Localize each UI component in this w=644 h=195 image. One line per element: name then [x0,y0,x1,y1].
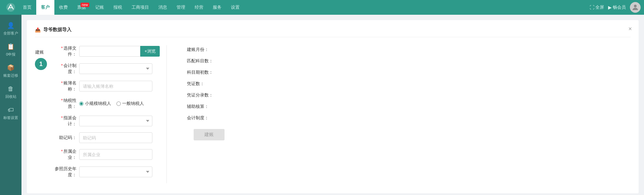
file-input-wrapper: +浏览 [79,46,160,57]
sidebar: 👤 全部客户 📋 0申报 📦 账套迁移 🗑 回收站 🏷 标签设置 [0,15,21,195]
content-area: 📤 导爷数据导入 × 建账 1 选择文件： [21,15,644,195]
tax-small-label[interactable]: 小规模纳税人 [79,101,111,107]
info-panel: 建账月份： 匹配科目数： 科目期初数： 凭证数： 凭证分录数： 辅助核算： 会计… [174,45,281,183]
svg-point-1 [634,5,637,7]
submit-button[interactable]: 建账 [194,129,225,140]
info-label-1: 匹配科目数： [187,58,217,64]
history-year-row: 参照历史年度： [52,166,160,178]
info-row-2: 科目期初数： [187,69,281,75]
memo-code-input[interactable] [79,132,152,143]
history-year-label: 参照历史年度： [52,166,79,178]
nav-item-invoice[interactable]: 票据new [72,0,91,15]
close-button[interactable]: × [628,25,632,32]
file-row: 选择文件： +浏览 [52,45,160,57]
vertical-divider [166,45,167,183]
recycle-label: 回收站 [5,94,16,99]
info-row-4: 凭证分录数： [187,92,281,98]
sidebar-item-migration[interactable]: 📦 账套迁移 [0,60,21,81]
file-label: 选择文件： [52,45,79,57]
declaration-label: 0申报 [6,52,15,57]
tax-general-label[interactable]: 一般纳税人 [116,101,144,107]
migration-label: 账套迁移 [3,73,18,78]
nav-item-customer[interactable]: 客户 [36,0,54,15]
step-label: 建账 [35,49,44,55]
accountant-label: 指派会计： [52,115,79,127]
topnav-right: ⛶ 全屏 ▶ 畅会员 [590,2,641,13]
tax-type-radio-group: 小规模纳税人 一般纳税人 [79,101,160,107]
browse-button[interactable]: +浏览 [140,46,160,57]
recycle-icon: 🗑 [7,85,15,93]
info-row-6: 会计制度： [187,115,281,121]
nav-item-message[interactable]: 消息 [154,0,172,15]
history-year-select[interactable] [79,167,152,177]
info-label-6: 会计制度： [187,115,217,121]
declaration-icon: 📋 [7,43,15,51]
nav-item-settings[interactable]: 设置 [226,0,244,15]
accountant-select[interactable] [79,116,152,126]
tax-type-label: 纳税性质： [52,97,79,110]
info-label-0: 建账月份： [187,47,217,53]
nav-item-home[interactable]: 首页 [18,0,36,15]
sidebar-item-declaration[interactable]: 📋 0申报 [0,39,21,60]
accountant-row: 指派会计： [52,115,160,127]
info-row-0: 建账月份： [187,47,281,53]
ledger-name-label: 账簿名称： [52,80,79,92]
info-label-4: 凭证分录数： [187,92,217,98]
company-row: 所属企业： [52,148,160,160]
migration-icon: 📦 [7,64,15,72]
nav-item-manage[interactable]: 管理 [172,0,190,15]
nav-item-fee[interactable]: 收费 [54,0,72,15]
tax-type-row: 纳税性质： 小规模纳税人 一般纳税人 [52,97,160,110]
form-fields: 选择文件： +浏览 会计制度： [52,45,160,183]
company-input[interactable] [79,149,152,160]
nav-item-bizitem[interactable]: 工商项目 [127,0,154,15]
vip-btn[interactable]: ▶ 畅会员 [608,4,626,10]
sidebar-item-tags[interactable]: 🏷 标签设置 [0,103,21,124]
nav-item-tax[interactable]: 报税 [109,0,127,15]
dialog-title: 导爷数据导入 [43,27,71,33]
accounting-system-select[interactable] [79,63,152,74]
info-label-3: 凭证数： [187,81,217,87]
info-label-2: 科目期初数： [187,69,217,75]
memo-code-row: 助记码： [52,132,160,143]
info-row-1: 匹配科目数： [187,58,281,64]
dialog-title-icon: 📤 [35,27,41,32]
nav-item-operation[interactable]: 经营 [190,0,208,15]
company-label: 所属企业： [52,148,79,160]
app-logo[interactable] [3,0,18,15]
tags-icon: 🏷 [7,106,15,114]
sidebar-item-recycle[interactable]: 🗑 回收站 [0,81,21,103]
info-row-3: 凭证数： [187,81,281,87]
all-customers-icon: 👤 [7,21,15,29]
tax-small-radio[interactable] [79,102,84,106]
top-navigation: 首页客户收费票据new记账报税工商项目消息管理经营服务设置 ⛶ 全屏 ▶ 畅会员 [0,0,644,15]
step-badge: 1 [35,58,47,70]
all-customers-label: 全部客户 [3,31,18,36]
fullscreen-btn[interactable]: ⛶ 全屏 [590,4,604,10]
ledger-name-input[interactable] [79,81,152,91]
file-input[interactable] [79,46,140,57]
dialog-card: 📤 导爷数据导入 × 建账 1 选择文件： [27,20,639,193]
info-row-5: 辅助核算： [187,104,281,110]
nav-item-service[interactable]: 服务 [208,0,226,15]
tags-label: 标签设置 [3,115,18,120]
ledger-name-row: 账簿名称： [52,80,160,92]
accounting-system-row: 会计制度： [52,63,160,75]
avatar[interactable] [630,2,641,13]
accounting-system-label: 会计制度： [52,63,79,75]
tax-general-radio[interactable] [116,102,121,106]
memo-code-label: 助记码： [52,135,79,141]
info-label-5: 辅助核算： [187,104,217,110]
main-layout: 👤 全部客户 📋 0申报 📦 账套迁移 🗑 回收站 🏷 标签设置 📤 导爷数据导… [0,15,644,195]
form-wrapper: 建账 1 选择文件： +浏览 [35,45,631,183]
form-left: 建账 1 选择文件： +浏览 [35,45,160,183]
nav-item-ledger[interactable]: 记账 [91,0,109,15]
sidebar-item-all-customers[interactable]: 👤 全部客户 [0,18,21,39]
dialog-header: 📤 导爷数据导入 [35,27,631,37]
